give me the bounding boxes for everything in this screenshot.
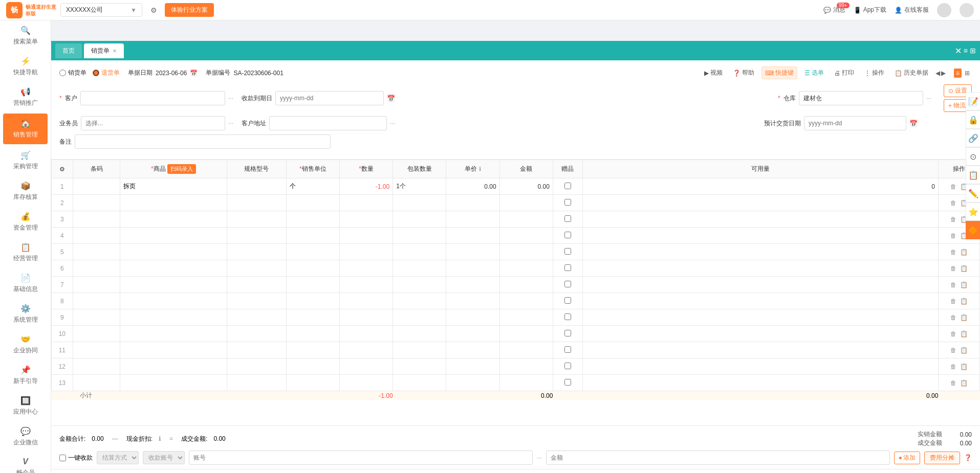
row-gift[interactable] <box>553 195 582 211</box>
sidebar-item-basic-info[interactable]: 📄 基础信息 <box>0 268 51 299</box>
row-price[interactable] <box>446 293 499 309</box>
row-spec[interactable] <box>227 342 286 358</box>
sidebar-item-marketing[interactable]: 📢 营销推广 <box>0 82 51 112</box>
row-barcode[interactable] <box>73 211 120 228</box>
delete-icon[interactable]: 🗑 <box>950 298 956 305</box>
row-qty[interactable] <box>339 195 393 211</box>
copy-icon[interactable]: 📋 <box>960 249 968 256</box>
row-gift[interactable] <box>553 358 582 375</box>
row-barcode[interactable] <box>73 277 120 293</box>
row-spec[interactable] <box>227 358 286 375</box>
row-spec[interactable] <box>227 293 286 309</box>
row-gift[interactable] <box>553 342 582 358</box>
delete-icon[interactable]: 🗑 <box>950 347 956 354</box>
copy-icon[interactable]: 📋 <box>960 314 968 321</box>
add-payment-button[interactable]: ● 添加 <box>894 452 920 464</box>
row-gift[interactable] <box>553 277 582 293</box>
row-barcode[interactable] <box>73 195 120 211</box>
row-barcode[interactable] <box>73 309 120 326</box>
avatar[interactable] <box>937 3 951 17</box>
radio-return-input[interactable] <box>93 70 99 76</box>
row-qty[interactable] <box>339 228 393 244</box>
copy-icon[interactable]: 📋 <box>960 330 968 337</box>
row-price[interactable] <box>446 326 499 342</box>
delete-icon[interactable]: 🗑 <box>950 314 956 321</box>
row-qty[interactable] <box>339 260 393 277</box>
row-price[interactable] <box>446 309 499 326</box>
company-selector[interactable]: XXXXXX公司 ▼ <box>60 3 142 17</box>
row-spec[interactable] <box>227 178 286 195</box>
row-spec[interactable] <box>227 326 286 342</box>
row-product[interactable] <box>120 309 227 326</box>
sidebar-item-operations[interactable]: 📋 经营管理 <box>0 237 51 268</box>
sidebar-item-member[interactable]: V 畅会员 <box>0 452 51 473</box>
row-unit[interactable] <box>286 178 339 195</box>
right-panel-btn-5[interactable]: 📋 <box>966 166 980 184</box>
copy-icon[interactable]: 📋 <box>960 363 968 370</box>
delete-icon[interactable]: 🗑 <box>950 249 956 256</box>
delete-icon[interactable]: 🗑 <box>950 216 956 223</box>
radio-sale-input[interactable] <box>59 70 66 76</box>
row-spec[interactable] <box>227 309 286 326</box>
row-price[interactable]: 0.00 <box>446 178 499 195</box>
select-btn[interactable]: ☰ 选单 <box>801 67 827 79</box>
row-qty[interactable]: -1.00 <box>339 178 393 195</box>
row-barcode[interactable] <box>73 342 120 358</box>
close-all-btn[interactable]: ✕ <box>955 46 962 56</box>
row-product[interactable] <box>120 244 227 260</box>
right-panel-btn-7[interactable]: ⭐ <box>966 202 980 221</box>
row-qty[interactable] <box>339 342 393 358</box>
copy-icon[interactable]: 📋 <box>960 347 968 354</box>
sidebar-item-enterprise[interactable]: 🤝 企业协同 <box>0 329 51 360</box>
sidebar-item-app-center[interactable]: 🔲 应用中心 <box>0 391 51 421</box>
row-spec[interactable] <box>227 195 286 211</box>
due-date-input[interactable] <box>275 91 384 105</box>
row-product[interactable] <box>120 228 227 244</box>
row-barcode[interactable] <box>73 228 120 244</box>
right-panel-btn-8[interactable]: 🔶 <box>966 221 980 239</box>
shortcut-btn[interactable]: ⌨ 快捷键 <box>761 66 797 79</box>
scan-button[interactable]: 扫码录入 <box>167 164 196 174</box>
delivery-calendar-icon[interactable]: 📅 <box>909 120 918 127</box>
one-click-payment-checkbox[interactable] <box>59 455 66 461</box>
row-product[interactable] <box>120 326 227 342</box>
row-barcode[interactable] <box>73 358 120 375</box>
right-panel-btn-6[interactable]: ✏️ <box>966 184 980 202</box>
sidebar-item-sales[interactable]: 🏠 销售管理 <box>3 114 48 144</box>
delete-icon[interactable]: 🗑 <box>950 265 956 272</box>
delete-icon[interactable]: 🗑 <box>950 330 956 337</box>
row-unit[interactable] <box>286 195 339 211</box>
row-barcode[interactable] <box>73 293 120 309</box>
row-gift[interactable] <box>553 375 582 391</box>
row-qty[interactable] <box>339 277 393 293</box>
delete-icon[interactable]: 🗑 <box>950 199 956 207</box>
account-input[interactable] <box>189 451 533 465</box>
row-price[interactable] <box>446 244 499 260</box>
salesperson-input[interactable] <box>81 116 225 130</box>
row-barcode[interactable] <box>73 260 120 277</box>
th-settings[interactable]: ⚙ <box>52 160 73 178</box>
row-price[interactable] <box>446 358 499 375</box>
sidebar-item-search[interactable]: 🔍 搜索菜单 <box>0 20 51 51</box>
row-spec[interactable] <box>227 260 286 277</box>
row-unit[interactable] <box>286 293 339 309</box>
row-gift[interactable] <box>553 211 582 228</box>
row-product[interactable] <box>120 195 227 211</box>
tab-layout-btn1[interactable]: ≡ <box>964 47 968 55</box>
history-btn[interactable]: 📋 历史单据 <box>891 67 931 79</box>
delete-icon[interactable]: 🗑 <box>950 232 956 239</box>
row-qty[interactable] <box>339 293 393 309</box>
row-qty[interactable] <box>339 309 393 326</box>
delete-icon[interactable]: 🗑 <box>950 183 956 190</box>
row-spec[interactable] <box>227 211 286 228</box>
row-gift[interactable] <box>553 260 582 277</box>
customer-address-input[interactable] <box>269 116 387 130</box>
row-spec[interactable] <box>227 228 286 244</box>
one-click-payment-check[interactable]: 一键收款 <box>59 454 93 462</box>
amount-input[interactable] <box>546 451 890 465</box>
row-gift[interactable] <box>553 309 582 326</box>
warehouse-dots[interactable]: ··· <box>926 95 931 102</box>
close-tab-icon[interactable]: ✕ <box>113 48 117 54</box>
row-unit[interactable] <box>286 358 339 375</box>
delete-icon[interactable]: 🗑 <box>950 281 956 288</box>
